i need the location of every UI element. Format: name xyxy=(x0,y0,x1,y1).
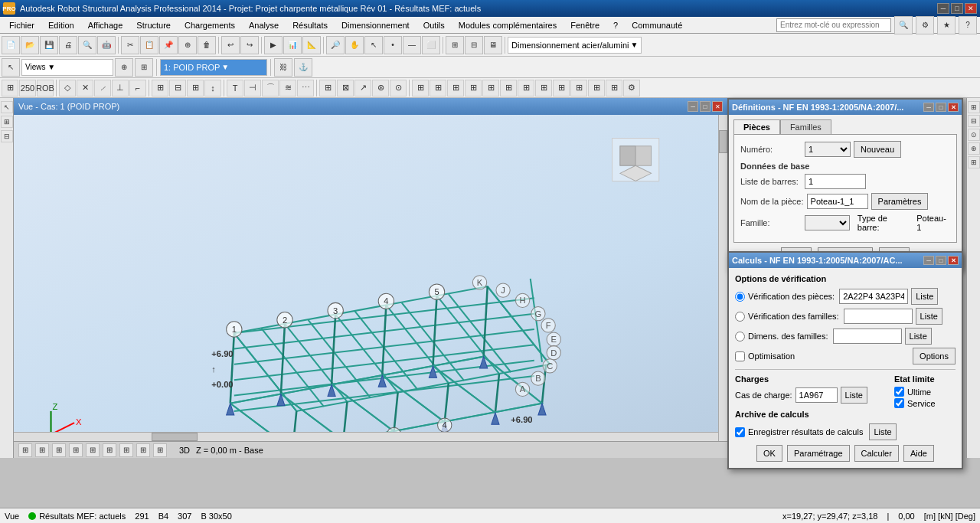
tb-icon-29[interactable]: ⊞ xyxy=(518,80,534,96)
tb-icon-14[interactable]: ⊣ xyxy=(244,80,261,96)
menu-fichier[interactable]: Fichier xyxy=(3,18,41,33)
def-maximize-btn[interactable]: □ xyxy=(936,103,946,112)
view-dropdown[interactable]: Views ▼ xyxy=(21,59,113,76)
menu-affichage[interactable]: Affichage xyxy=(82,18,129,33)
cas-charge-liste-btn[interactable]: Liste xyxy=(841,387,867,404)
bar-button[interactable]: — xyxy=(403,36,421,54)
undo-button[interactable]: ↩ xyxy=(221,36,240,54)
vp-bottom-btn9[interactable]: ⊞ xyxy=(153,443,167,457)
menu-help[interactable]: ? xyxy=(607,18,624,33)
verif-familles-input[interactable] xyxy=(844,309,913,324)
pan-button[interactable]: ✋ xyxy=(345,36,364,54)
help-icon[interactable]: ? xyxy=(959,16,977,34)
tb-icon-19[interactable]: ⊠ xyxy=(337,80,354,96)
tb-icon-9[interactable]: ⊞ xyxy=(152,80,168,96)
tb-icon-32[interactable]: ⊞ xyxy=(570,80,587,96)
enregistrer-checkbox[interactable] xyxy=(735,427,745,437)
right-tb-3[interactable]: ⊙ xyxy=(968,129,980,141)
viewport-maximize[interactable]: □ xyxy=(700,101,710,112)
tab-familles[interactable]: Familles xyxy=(780,119,831,134)
snap-button[interactable]: ⊕ xyxy=(115,58,133,77)
tb-icon-34[interactable]: ⊞ xyxy=(606,80,622,96)
tb-icon-26[interactable]: ⊞ xyxy=(465,80,482,96)
redo-button[interactable]: ↪ xyxy=(240,36,259,54)
search-input[interactable] xyxy=(776,18,891,32)
grid-button[interactable]: ⊞ xyxy=(135,58,153,77)
archive-liste-btn[interactable]: Liste xyxy=(869,423,896,440)
preview-button[interactable]: 🔍 xyxy=(78,36,96,54)
liste-barres-input[interactable] xyxy=(805,174,866,189)
right-tb-4[interactable]: ⊛ xyxy=(968,142,980,155)
chain-button[interactable]: ⛓ xyxy=(274,58,292,77)
vp-bottom-btn3[interactable]: ⊞ xyxy=(52,443,66,457)
def-close-btn[interactable]: ✕ xyxy=(948,103,959,112)
vp-bottom-btn8[interactable]: ⊞ xyxy=(136,443,150,457)
menu-chargements[interactable]: Chargements xyxy=(178,18,241,33)
menu-edition[interactable]: Edition xyxy=(42,18,80,33)
vp-bottom-btn2[interactable]: ⊞ xyxy=(35,443,49,457)
calc-aide-button[interactable]: Aide xyxy=(903,445,934,462)
tb-icon-24[interactable]: ⊞ xyxy=(430,80,446,96)
clone-button[interactable]: ⊕ xyxy=(178,36,197,54)
numero-select[interactable]: 1 xyxy=(805,142,851,157)
open-button[interactable]: 📂 xyxy=(21,36,39,54)
dimens-familles-input[interactable] xyxy=(833,329,902,344)
vertical-scrollbar[interactable] xyxy=(718,115,727,441)
menu-resultats[interactable]: Résultats xyxy=(286,18,334,33)
menu-dimensionnement[interactable]: Dimensionnement xyxy=(335,18,416,33)
cas-charge-input[interactable] xyxy=(795,387,838,403)
dimens-familles-radio[interactable] xyxy=(735,332,745,342)
dimens-familles-liste-btn[interactable]: Liste xyxy=(905,328,932,345)
viewport-close[interactable]: ✕ xyxy=(712,101,723,112)
maximize-button[interactable]: □ xyxy=(951,3,963,14)
tb-icon-1[interactable]: ⊞ xyxy=(2,80,18,96)
right-tb-2[interactable]: ⊟ xyxy=(968,115,980,127)
menu-outils[interactable]: Outils xyxy=(417,18,451,33)
right-tb-5[interactable]: ⊞ xyxy=(968,156,980,168)
horizontal-scrollbar[interactable] xyxy=(14,432,718,441)
dimensionnement-dropdown[interactable]: Dimensionnement acier/alumini▼ xyxy=(508,37,642,54)
select-button[interactable]: ↖ xyxy=(364,36,383,54)
left-tb-3[interactable]: ⊟ xyxy=(1,130,13,142)
menu-communaute[interactable]: Communauté xyxy=(626,18,688,33)
calc-maximize-btn[interactable]: □ xyxy=(936,256,946,265)
calc-ok-button[interactable]: OK xyxy=(756,445,782,462)
tb-icon-10[interactable]: ⊟ xyxy=(169,80,186,96)
calc-close-btn[interactable]: ✕ xyxy=(948,256,959,265)
menu-modules[interactable]: Modules complémentaires xyxy=(452,18,563,33)
tb-icon-27[interactable]: ⊞ xyxy=(482,80,499,96)
calc-button[interactable]: ▶ xyxy=(264,36,283,54)
left-tb-1[interactable]: ↖ xyxy=(1,101,13,113)
copy-button[interactable]: 📋 xyxy=(140,36,158,54)
vp-bottom-btn6[interactable]: ⊞ xyxy=(103,443,116,457)
vp-bottom-btn7[interactable]: ⊞ xyxy=(119,443,133,457)
tb-icon-12[interactable]: ↕ xyxy=(204,80,221,96)
tb-icon-25[interactable]: ⊞ xyxy=(447,80,464,96)
verif-pieces-input[interactable] xyxy=(839,289,908,304)
new-button[interactable]: 📄 xyxy=(2,36,20,54)
tb-icon-33[interactable]: ⊞ xyxy=(588,80,605,96)
mode-dropdown[interactable]: 1: POID PROP▼ xyxy=(160,59,267,76)
service-checkbox[interactable] xyxy=(894,398,904,408)
search-button[interactable]: 🔍 xyxy=(894,16,913,34)
menu-structure[interactable]: Structure xyxy=(130,18,177,33)
menu-fenetre[interactable]: Fenêtre xyxy=(564,18,606,33)
delete-button[interactable]: 🗑 xyxy=(198,36,216,54)
tb-icon-2[interactable]: 250 xyxy=(19,80,36,96)
pointer-button[interactable]: ↖ xyxy=(2,58,20,77)
tb-icon-22[interactable]: ⊙ xyxy=(390,80,407,96)
surface-button[interactable]: ⬜ xyxy=(422,36,440,54)
close-button[interactable]: ✕ xyxy=(965,3,977,14)
analysis-button[interactable]: ⊟ xyxy=(465,36,483,54)
tb-icon-16[interactable]: ≋ xyxy=(279,80,296,96)
calc-minimize-btn[interactable]: ─ xyxy=(923,256,934,265)
parametres-button[interactable]: Paramètres xyxy=(871,193,929,210)
print-button[interactable]: 🖨 xyxy=(59,36,77,54)
tb-icon-13[interactable]: T xyxy=(227,80,243,96)
tb-icon-31[interactable]: ⊞ xyxy=(553,80,570,96)
tb-icon-5[interactable]: ✕ xyxy=(77,80,93,96)
minimize-button[interactable]: ─ xyxy=(937,3,949,14)
tb-icon-28[interactable]: ⊞ xyxy=(500,80,517,96)
tb-icon-7[interactable]: ⊥ xyxy=(112,80,129,96)
left-tb-2[interactable]: ⊞ xyxy=(1,116,13,128)
